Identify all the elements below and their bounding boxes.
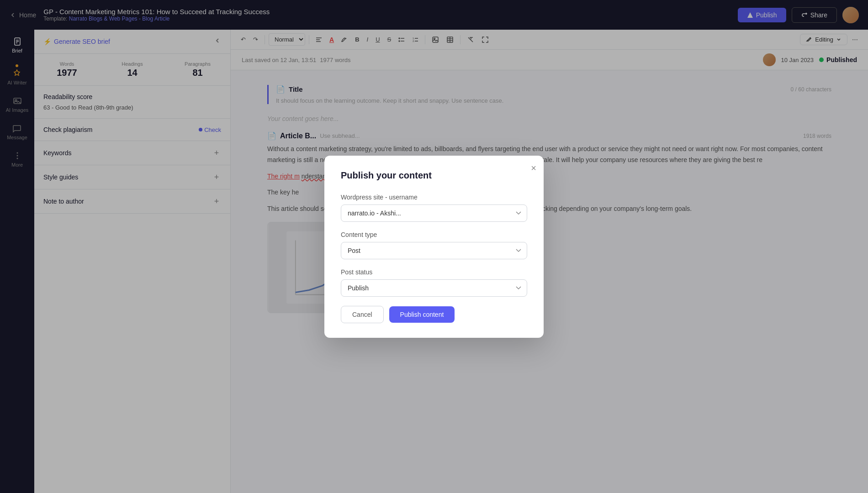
cancel-button[interactable]: Cancel <box>341 306 384 323</box>
modal-actions: Cancel Publish content <box>341 306 527 323</box>
modal-close-button[interactable]: × <box>531 163 536 173</box>
content-type-select[interactable]: Post Page <box>341 242 527 259</box>
post-status-field: Post status Publish Draft Pending <box>341 268 527 297</box>
post-status-label: Post status <box>341 268 527 276</box>
publish-content-button[interactable]: Publish content <box>389 306 455 323</box>
modal-overlay[interactable]: × Publish your content Wordpress site - … <box>0 0 868 493</box>
publish-modal: × Publish your content Wordpress site - … <box>324 156 544 338</box>
modal-title: Publish your content <box>341 170 527 181</box>
wordpress-select[interactable]: narrato.io - Akshi... <box>341 205 527 222</box>
wordpress-field: Wordpress site - username narrato.io - A… <box>341 194 527 222</box>
wordpress-label: Wordpress site - username <box>341 194 527 201</box>
post-status-select[interactable]: Publish Draft Pending <box>341 279 527 297</box>
content-type-field: Content type Post Page <box>341 231 527 259</box>
content-type-label: Content type <box>341 231 527 238</box>
